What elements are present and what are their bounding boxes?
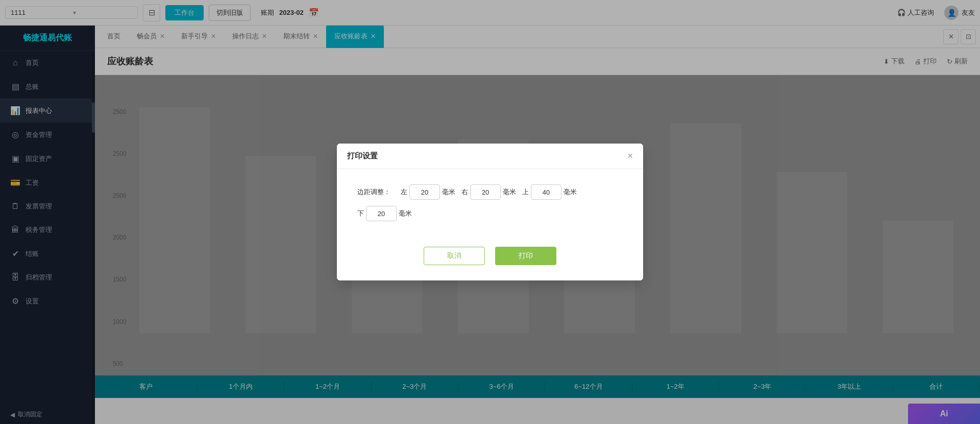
right-unit: 毫米 — [503, 187, 516, 197]
modal-footer: 取消 打印 — [337, 237, 643, 280]
margin-top-group: 上 毫米 — [522, 184, 577, 200]
margin-right-group: 右 毫米 — [461, 184, 516, 200]
margin-row: 边距调整： 左 毫米 右 毫米 上 毫米 下 — [357, 184, 623, 221]
modal-header: 打印设置 × — [337, 144, 643, 169]
right-margin-input[interactable] — [470, 184, 501, 200]
left-label: 左 — [401, 187, 407, 197]
margin-left-group: 左 毫米 — [401, 184, 455, 200]
print-confirm-button[interactable]: 打印 — [495, 247, 556, 265]
top-unit: 毫米 — [564, 187, 577, 197]
cancel-button[interactable]: 取消 — [424, 247, 485, 265]
margin-adjust-label: 边距调整： — [357, 187, 390, 197]
bottom-margin-input[interactable] — [366, 206, 397, 221]
right-label: 右 — [461, 187, 468, 197]
margin-bottom-group: 下 毫米 — [357, 206, 412, 221]
modal-overlay: 打印设置 × 边距调整： 左 毫米 右 毫米 上 毫米 — [0, 0, 980, 424]
bottom-label: 下 — [357, 209, 364, 218]
modal-close-button[interactable]: × — [627, 151, 633, 161]
top-margin-input[interactable] — [531, 184, 561, 200]
modal-body: 边距调整： 左 毫米 右 毫米 上 毫米 下 — [337, 169, 643, 237]
bottom-unit: 毫米 — [399, 209, 412, 218]
left-margin-input[interactable] — [409, 184, 440, 200]
left-unit: 毫米 — [442, 187, 455, 197]
modal-title: 打印设置 — [347, 151, 378, 161]
print-settings-modal: 打印设置 × 边距调整： 左 毫米 右 毫米 上 毫米 — [337, 144, 643, 280]
top-label: 上 — [522, 187, 529, 197]
